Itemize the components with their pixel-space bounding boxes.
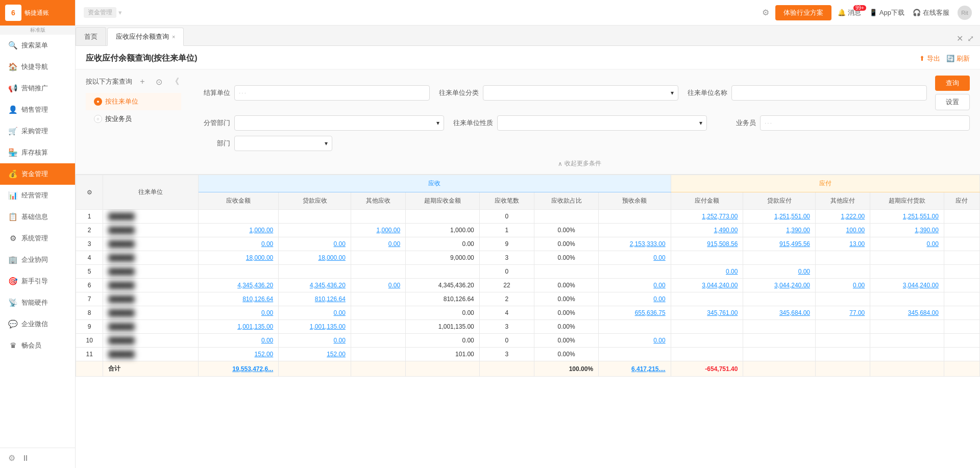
row-ar-loan: 0.00 (279, 306, 351, 320)
row-ar-ratio: 0.00% (534, 251, 599, 265)
query-button[interactable]: 查询 (935, 76, 970, 91)
partner-name-input[interactable] (731, 85, 927, 101)
row-ar-count: 9 (479, 237, 534, 251)
sidebar-item-vip[interactable]: ♛ 畅会员 (0, 335, 75, 356)
sidebar-item-sales[interactable]: 👤 销售管理 (0, 99, 75, 120)
row-ap-loan: 3,044,240.00 (743, 279, 816, 292)
field-label-department: 部门 (189, 139, 230, 148)
row-ar-other: 0.00 (351, 279, 405, 292)
online-service-button[interactable]: 🎧 在线客服 (913, 8, 949, 17)
tab-ar-ap[interactable]: 应收应付余额查询 × (107, 28, 184, 46)
tab-home[interactable]: 首页 (76, 27, 106, 45)
footer-ar-loan (279, 361, 351, 377)
sidebar-item-marketing[interactable]: 📢 营销推广 (0, 78, 75, 99)
row-ar-other (351, 265, 405, 279)
row-ar-prepay: 0.00 (599, 251, 671, 265)
partner-type-select[interactable]: ▾ (483, 85, 678, 101)
tab-close-icon[interactable]: × (172, 34, 175, 40)
row-no: 10 (76, 334, 103, 348)
sidebar-item-system[interactable]: ⚙ 系统管理 (0, 228, 75, 249)
sidebar-footer: ⚙ ⏸ (0, 448, 75, 468)
row-ar-other (351, 334, 405, 348)
row-ar-amount: 0.00 (199, 237, 279, 251)
row-ap-other (815, 348, 870, 361)
sidebar-item-finance[interactable]: 💰 资金管理 (0, 163, 75, 185)
settings-icon[interactable]: ⚙ (8, 453, 15, 463)
messages-button[interactable]: 🔔 消息 99+ (838, 8, 861, 17)
row-ap-other: 100.00 (815, 224, 870, 237)
topbar-gear-icon[interactable]: ⚙ (762, 8, 769, 17)
row-ap-overdue: 1,251,551.00 (870, 210, 944, 224)
sidebar-item-hardware[interactable]: 📡 智能硬件 (0, 292, 75, 313)
footer-ar-amount[interactable]: 19,553,472,6... (199, 361, 279, 377)
row-ar-other (351, 292, 405, 306)
row-ar-other (351, 306, 405, 320)
row-ar-overdue: 810,126.64 (406, 292, 480, 306)
search-row-2: 分管部门 ▾ 往来单位性质 ▾ (189, 115, 970, 131)
sidebar-item-label: 畅会员 (21, 341, 41, 350)
row-ap-col13 (944, 265, 979, 279)
th-ap-other: 其他应付 (815, 192, 870, 210)
collapse-left-icon[interactable]: 《 (169, 76, 181, 88)
enterprise-icon: 🏢 (8, 255, 17, 264)
sidebar-item-purchase[interactable]: 🛒 采购管理 (0, 120, 75, 142)
field-label-settlement: 结算单位 (189, 88, 230, 97)
row-ar-overdue: 0.00 (406, 237, 480, 251)
window-close-icon[interactable]: ✕ (957, 34, 963, 43)
sidebar-item-basic[interactable]: 📋 基础信息 (0, 206, 75, 228)
row-no: 8 (76, 306, 103, 320)
row-partner: ██████ (103, 334, 199, 348)
salesman-input[interactable]: ··· (760, 115, 970, 131)
sidebar-item-label: 采购管理 (21, 127, 48, 136)
settlement-unit-input[interactable]: ··· (234, 85, 430, 101)
sidebar-item-operation[interactable]: 📊 经营管理 (0, 185, 75, 206)
sidebar-item-wechat[interactable]: 💬 企业微信 (0, 313, 75, 335)
sidebar-item-quicknav[interactable]: 🏠 快捷导航 (0, 56, 75, 78)
app-download-button[interactable]: 📱 App下载 (869, 8, 904, 17)
row-ap-overdue (870, 265, 944, 279)
th-ap-amount: 应付金额 (671, 192, 743, 210)
edit-scheme-icon[interactable]: ⊙ (153, 76, 165, 88)
sidebar-item-enterprise[interactable]: 🏢 企业协同 (0, 249, 75, 270)
row-ar-amount: 18,000.00 (199, 251, 279, 265)
export-button[interactable]: ⬆ 导出 (919, 54, 940, 63)
message-badge: 99+ (853, 5, 866, 11)
sidebar-item-search[interactable]: 🔍 搜索菜单 (0, 35, 75, 56)
window-max-icon[interactable]: ⤢ (967, 34, 974, 43)
sidebar-item-guide[interactable]: 🎯 新手引导 (0, 270, 75, 292)
collapse-bar[interactable]: ∧ 收起更多条件 (189, 159, 970, 168)
row-ar-count: 4 (479, 306, 534, 320)
row-ap-other: 0.00 (815, 279, 870, 292)
dept-select[interactable]: ▾ (234, 115, 444, 131)
add-scheme-icon[interactable]: + (136, 76, 149, 88)
refresh-button[interactable]: 🔄 刷新 (946, 54, 970, 63)
table-row: 10 ██████ 0.00 0.00 0.00 0 0.00% 0.00 (76, 334, 980, 348)
row-ar-amount (199, 265, 279, 279)
settings-button[interactable]: 设置 (935, 94, 970, 110)
breadcrumb-text: 资金管理 (84, 7, 116, 18)
row-ar-prepay: 2,153,333.00 (599, 237, 671, 251)
sidebar-item-inventory[interactable]: 🏪 库存核算 (0, 142, 75, 163)
department-select[interactable]: ▾ (234, 136, 332, 151)
collapse-icon[interactable]: ⏸ (21, 454, 30, 463)
footer-ar-prepay[interactable]: 6,417,215.... (599, 361, 671, 377)
row-ar-loan: 18,000.00 (279, 251, 351, 265)
row-ap-amount: 345,761.00 (671, 306, 743, 320)
avatar: Rit (958, 6, 972, 20)
table-gear-icon[interactable]: ⚙ (76, 175, 103, 210)
phone-icon: 📱 (869, 9, 877, 16)
partner-nature-select[interactable]: ▾ (497, 115, 707, 131)
wechat-icon: 💬 (8, 319, 17, 329)
sidebar-item-label: 销售管理 (21, 105, 48, 114)
headset-icon: 🎧 (913, 9, 921, 16)
row-ap-overdue: 1,390.00 (870, 224, 944, 237)
promo-button[interactable]: 体验行业方案 (775, 5, 831, 20)
row-ar-ratio: 0.00% (534, 279, 599, 292)
scheme-by-partner[interactable]: ● 按往来单位 (86, 93, 181, 110)
app-logo: 6 畅捷通账 (0, 0, 75, 26)
table-row: 1 ██████ 0 1,252,773.00 1,251,551.00 1,2… (76, 210, 980, 224)
scheme-by-salesman[interactable]: ○ 按业务员 (86, 110, 181, 128)
th-group-ap: 应付 (671, 175, 979, 192)
user-profile[interactable]: Rit (958, 6, 972, 20)
table-row: 8 ██████ 0.00 0.00 0.00 4 0.00% 655,636.… (76, 306, 980, 320)
